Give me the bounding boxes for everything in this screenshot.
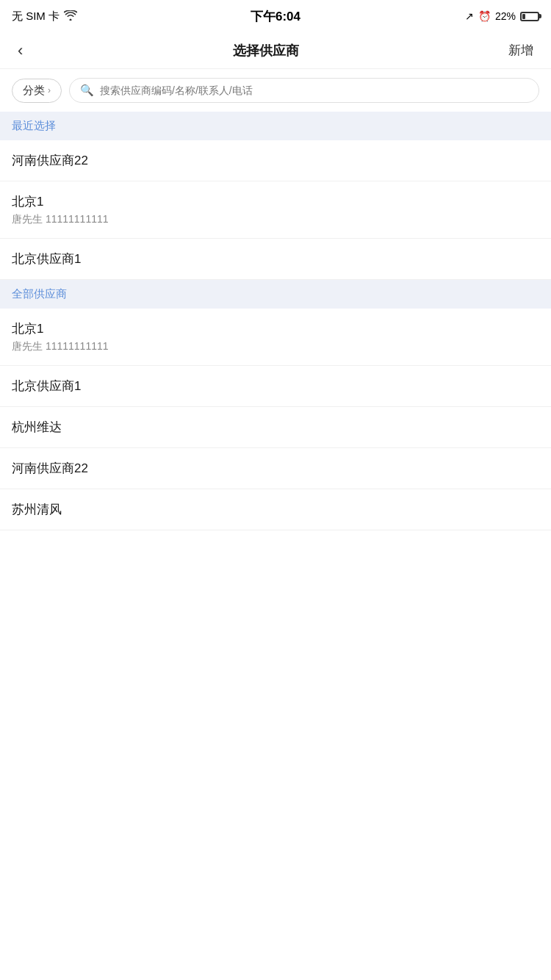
list-item[interactable]: 北京供应商1 <box>0 239 551 280</box>
search-icon: 🔍 <box>80 84 94 97</box>
list-item[interactable]: 北京供应商1 <box>0 366 551 407</box>
list-item[interactable]: 河南供应商22 <box>0 140 551 181</box>
nav-bar: ‹ 选择供应商 新增 <box>0 32 551 69</box>
battery-percent: 22% <box>495 10 516 22</box>
alarm-icon: ⏰ <box>478 10 491 22</box>
list-item[interactable]: 苏州清风 <box>0 489 551 530</box>
item-sub: 唐先生 11111111111 <box>12 340 539 353</box>
filter-bar: 分类 › 🔍 <box>0 69 551 112</box>
all-section-header: 全部供应商 <box>0 280 551 309</box>
status-bar: 无 SIM 卡 下午6:04 ↗ ⏰ 22% <box>0 0 551 32</box>
item-sub: 唐先生 11111111111 <box>12 213 539 226</box>
status-right: ↗ ⏰ 22% <box>465 10 539 22</box>
recent-section-label: 最近选择 <box>12 119 56 131</box>
item-name: 北京供应商1 <box>12 378 539 394</box>
recent-section-header: 最近选择 <box>0 112 551 140</box>
list-item[interactable]: 北京1唐先生 11111111111 <box>0 181 551 239</box>
status-left: 无 SIM 卡 <box>12 10 77 24</box>
location-icon: ↗ <box>465 10 474 22</box>
search-box[interactable]: 🔍 <box>69 78 539 103</box>
status-time: 下午6:04 <box>251 8 300 25</box>
item-name: 北京供应商1 <box>12 251 539 267</box>
add-button[interactable]: 新增 <box>503 36 539 65</box>
category-label: 分类 <box>23 84 45 98</box>
search-input[interactable] <box>100 84 528 96</box>
item-name: 北京1 <box>12 193 539 210</box>
back-button[interactable]: ‹ <box>12 35 29 66</box>
chevron-right-icon: › <box>48 85 51 96</box>
item-name: 杭州维达 <box>12 419 539 436</box>
list-item[interactable]: 北京1唐先生 11111111111 <box>0 309 551 366</box>
item-name: 北京1 <box>12 320 539 337</box>
item-name: 河南供应商22 <box>12 460 539 477</box>
recent-items-list: 河南供应商22北京1唐先生 11111111111北京供应商1 <box>0 140 551 280</box>
all-items-list: 北京1唐先生 11111111111北京供应商1杭州维达河南供应商22苏州清风 <box>0 309 551 530</box>
list-item[interactable]: 河南供应商22 <box>0 448 551 489</box>
wifi-icon <box>64 10 77 23</box>
battery-fill <box>522 14 525 19</box>
battery-icon <box>520 12 539 21</box>
carrier-text: 无 SIM 卡 <box>12 10 60 24</box>
page-title: 选择供应商 <box>233 42 299 60</box>
item-name: 苏州清风 <box>12 501 539 518</box>
list-item[interactable]: 杭州维达 <box>0 407 551 448</box>
all-section-label: 全部供应商 <box>12 287 67 300</box>
category-button[interactable]: 分类 › <box>12 79 62 103</box>
item-name: 河南供应商22 <box>12 152 539 169</box>
